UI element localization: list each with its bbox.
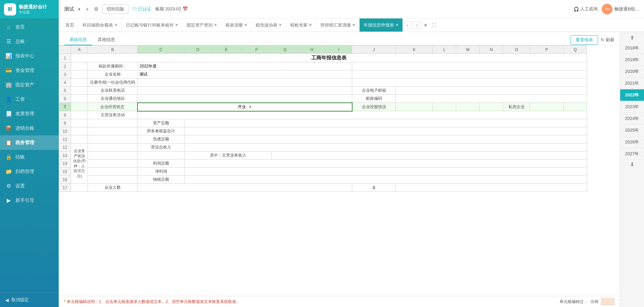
- cell-8-B[interactable]: 主营业务活动: [88, 111, 138, 119]
- tab-close-icon[interactable]: ✕: [309, 23, 312, 27]
- cell-8-A[interactable]: [71, 111, 88, 119]
- col-header-E[interactable]: E: [211, 46, 241, 54]
- spreadsheet-wrapper[interactable]: A B C D E F G H I J K L M: [59, 45, 620, 296]
- cell-2-J[interactable]: [352, 62, 587, 71]
- tab-close-icon[interactable]: ✕: [244, 23, 247, 27]
- cell-9-C[interactable]: 资产总额: [138, 119, 184, 127]
- cell-12-A[interactable]: 企业资产状况信息(币种：人民币万元): [71, 143, 88, 184]
- cell-10-A[interactable]: [71, 127, 88, 135]
- cell-15-D[interactable]: [184, 168, 587, 176]
- cell-16-C[interactable]: 纳税总额: [138, 176, 184, 184]
- sidebar-item-assets[interactable]: 🏢 固定资产: [0, 78, 59, 92]
- year-item[interactable]: 2020年: [620, 66, 644, 78]
- tab-close-icon[interactable]: ✕: [395, 23, 398, 27]
- cell-14-B[interactable]: [88, 160, 138, 168]
- sidebar-item-home[interactable]: ⌂ 首页: [0, 20, 59, 34]
- year-item[interactable]: 2022年: [620, 89, 644, 101]
- cell-14-C[interactable]: 利润总额: [138, 160, 184, 168]
- cell-12-D[interactable]: [184, 143, 587, 151]
- cell-5-J[interactable]: 企业电子邮箱: [352, 87, 396, 95]
- col-header-N[interactable]: N: [480, 46, 503, 54]
- col-header-G[interactable]: G: [272, 46, 299, 54]
- tab-close-icon[interactable]: ✕: [114, 23, 117, 27]
- cell-9-A[interactable]: [71, 119, 88, 127]
- year-nav-up-btn[interactable]: ⬆: [620, 33, 644, 42]
- cell-2-B[interactable]: 税款所属期间：: [88, 62, 138, 71]
- tab-tax-list[interactable]: 税表清册✕: [221, 18, 252, 32]
- cell-3-A[interactable]: [71, 71, 88, 79]
- sidebar-item-invoice[interactable]: 🧾 发票管理: [0, 106, 59, 121]
- subtab-other[interactable]: 其他信息: [92, 35, 120, 45]
- cell-6-C[interactable]: [138, 95, 352, 103]
- cell-4-B[interactable]: 注册号/统一社会信用代码: [88, 79, 138, 87]
- cell-4-J[interactable]: [352, 79, 587, 87]
- sidebar-item-archive[interactable]: 📁 归档管理: [0, 164, 59, 179]
- cell-11-B[interactable]: [88, 135, 138, 143]
- year-item[interactable]: 2023年: [620, 101, 644, 113]
- topbar-settings-icon[interactable]: ⚙: [94, 6, 98, 12]
- cell-7-O[interactable]: 私营企业: [503, 103, 530, 111]
- tab-next-btn[interactable]: ›: [413, 21, 421, 29]
- tab-aux-balance[interactable]: 科目辅助余额表✕: [78, 18, 122, 32]
- cell-13-E[interactable]: 其中：主营业务收入: [184, 151, 272, 160]
- cell-17-B[interactable]: 从业人数: [88, 184, 138, 192]
- cell-2-A[interactable]: [71, 62, 88, 71]
- cell-9-B[interactable]: [88, 119, 138, 127]
- sidebar-item-settings[interactable]: ⚙ 设置: [0, 179, 59, 193]
- year-item[interactable]: 2025年: [620, 125, 644, 136]
- topbar-dropdown-arrow[interactable]: ▾: [78, 7, 80, 12]
- cell-10-D[interactable]: [184, 127, 587, 135]
- cell-7-N[interactable]: [480, 103, 503, 111]
- col-header-F[interactable]: F: [241, 46, 272, 54]
- switch-version-btn[interactable]: 切到旧版: [102, 4, 128, 14]
- col-header-J[interactable]: J: [352, 46, 396, 54]
- cell-15-B[interactable]: [88, 168, 138, 176]
- tab-annual-report[interactable]: 年报信息申报表✕: [360, 18, 403, 32]
- cell-7-P[interactable]: [530, 103, 564, 111]
- tab-expand-btn[interactable]: ⛶: [430, 21, 438, 29]
- col-header-I[interactable]: I: [325, 46, 352, 54]
- cell-11-A[interactable]: [71, 135, 88, 143]
- year-item[interactable]: 2018年: [620, 42, 644, 54]
- tab-home[interactable]: 首页: [61, 18, 78, 32]
- tab-prev-btn[interactable]: ‹: [404, 21, 412, 29]
- cell-10-C[interactable]: 所有者权益合计: [138, 127, 184, 135]
- cell-7-K[interactable]: [396, 103, 433, 111]
- cell-5-C[interactable]: [138, 87, 352, 95]
- cell-11-C[interactable]: 负债总额: [138, 135, 184, 143]
- col-header-H[interactable]: H: [299, 46, 325, 54]
- col-header-M[interactable]: M: [456, 46, 480, 54]
- tab-journal-bank[interactable]: 日记账与银行对账单核对✕: [122, 18, 182, 32]
- sidebar-item-salary[interactable]: 👤 工资: [0, 92, 59, 106]
- cell-2-C[interactable]: 2022年度: [138, 62, 352, 71]
- tab-close-icon[interactable]: ✕: [279, 23, 282, 27]
- cell-6-B[interactable]: 企业通信地址: [88, 95, 138, 103]
- sidebar-item-stock[interactable]: 📦 进销台账: [0, 121, 59, 135]
- tab-close-icon[interactable]: ✕: [175, 23, 178, 27]
- cell-17-K[interactable]: [396, 184, 587, 192]
- consult-btn[interactable]: 🎧 人工咨询: [574, 6, 598, 12]
- year-item[interactable]: 2027年: [620, 148, 644, 160]
- cell-6-A[interactable]: [71, 95, 88, 103]
- cell-14-D[interactable]: [184, 160, 587, 168]
- cell-9-D[interactable]: [184, 119, 587, 127]
- cell-7-L[interactable]: [433, 103, 456, 111]
- sidebar-item-ledger[interactable]: ☰ 总账: [0, 34, 59, 49]
- cell-7-C-dropdown[interactable]: 开业 ▼: [138, 103, 352, 111]
- cell-3-C[interactable]: 测试: [138, 71, 352, 79]
- cell-4-C[interactable]: [138, 79, 352, 87]
- tab-close-icon[interactable]: ✕: [352, 23, 355, 27]
- cell-13-C[interactable]: [138, 151, 184, 160]
- col-header-O[interactable]: O: [503, 46, 530, 54]
- year-item[interactable]: 2024年: [620, 113, 644, 125]
- cell-5-K[interactable]: [396, 87, 587, 95]
- tab-fixed-assets-cat[interactable]: 固定资产类别✕: [182, 18, 221, 32]
- cell-7-J[interactable]: 企业控股情况: [352, 103, 396, 111]
- year-item[interactable]: 2021年: [620, 78, 644, 89]
- cell-8-C[interactable]: [138, 111, 587, 119]
- cell-17-J[interactable]: 0: [352, 184, 396, 192]
- sidebar-item-guide[interactable]: ▶ 新手引导: [0, 193, 59, 208]
- tab-tax-wave[interactable]: 税负波动表✕: [252, 18, 286, 32]
- col-header-D[interactable]: D: [184, 46, 211, 54]
- col-header-P[interactable]: P: [530, 46, 564, 54]
